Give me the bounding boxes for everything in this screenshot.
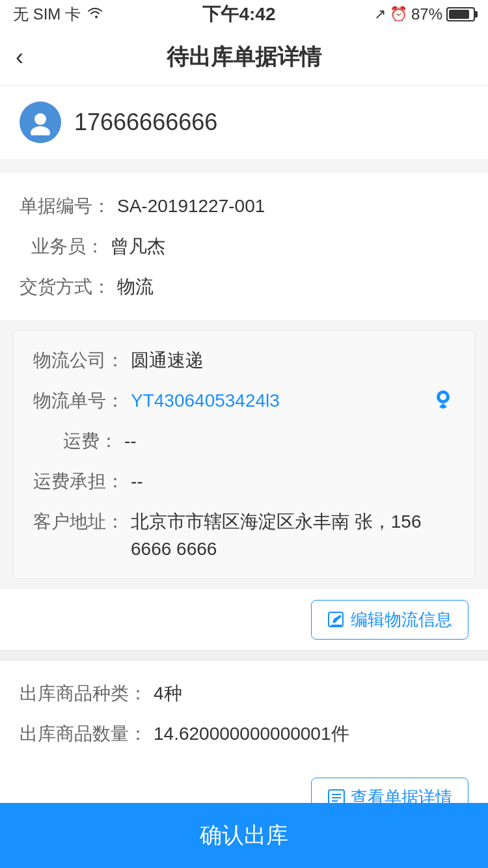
sales-person-label: 业务员： [20,233,104,260]
edit-logistics-label: 编辑物流信息 [351,608,452,631]
shipping-bearer-label: 运费承担： [33,468,124,495]
status-right: ↗ ⏰ 87% [374,5,475,23]
tracking-number-value: YT43064053424l3 [131,387,425,414]
section-separator [0,650,488,660]
svg-point-5 [440,394,446,400]
address-value: 北京市市辖区海淀区永丰南 张，156 6666 6666 [131,508,455,563]
shipping-fee-row: 运费： -- [33,427,455,455]
track-location-icon[interactable] [431,387,455,411]
delivery-method-value: 物流 [117,273,468,301]
battery-percent: 87% [411,5,442,23]
back-button[interactable]: ‹ [16,44,23,71]
battery-icon [446,7,475,21]
edit-logistics-row: 编辑物流信息 [0,590,488,650]
delivery-method-row: 交货方式： 物流 [20,273,468,301]
customer-phone: 17666666666 [74,109,217,136]
product-quantity-label: 出库商品数量： [20,720,147,748]
logistics-company-row: 物流公司： 圆通速递 [33,347,455,374]
order-number-value: SA-20191227-001 [117,193,468,220]
logistics-company-value: 圆通速递 [131,347,455,374]
wifi-icon [86,5,104,23]
address-row: 客户地址： 北京市市辖区海淀区永丰南 张，156 6666 6666 [33,508,455,563]
order-number-row: 单据编号： SA-20191227-001 [20,193,468,220]
basic-info-section: 单据编号： SA-20191227-001 业务员： 曾凡杰 交货方式： 物流 [0,173,488,320]
shipping-bearer-row: 运费承担： -- [33,468,455,495]
sales-person-row: 业务员： 曾凡杰 [20,233,468,260]
product-quantity-row: 出库商品数量： 14.620000000000001件 [20,720,468,748]
svg-point-0 [34,113,46,125]
confirm-button[interactable]: 确认出库 [0,803,488,868]
address-label: 客户地址： [33,508,124,536]
carrier-text: 无 SIM 卡 [13,4,81,25]
product-type-label: 出库商品种类： [20,680,147,707]
order-number-label: 单据编号： [20,193,111,220]
shipping-fee-value: -- [124,427,455,455]
product-section: 出库商品种类： 4种 出库商品数量： 14.620000000000001件 [0,660,488,767]
tracking-number-row: 物流单号： YT43064053424l3 [33,387,455,414]
logistics-company-label: 物流公司： [33,347,124,374]
customer-header: 17666666666 [0,86,488,159]
confirm-button-label: 确认出库 [200,821,288,850]
avatar [20,102,61,143]
page-title: 待出库单据详情 [167,42,321,72]
product-quantity-value: 14.620000000000001件 [154,720,468,748]
product-type-row: 出库商品种类： 4种 [20,680,468,707]
delivery-method-label: 交货方式： [20,273,111,301]
time-display: 下午4:42 [202,2,275,27]
sales-person-value: 曾凡杰 [111,233,468,260]
product-type-value: 4种 [154,680,468,707]
logistics-card: 物流公司： 圆通速递 物流单号： YT43064053424l3 运费： -- … [13,331,475,579]
alarm-icon: ⏰ [390,6,407,23]
shipping-fee-label: 运费： [33,427,118,455]
edit-logistics-button[interactable]: 编辑物流信息 [311,600,468,640]
status-bar: 无 SIM 卡 下午4:42 ↗ ⏰ 87% [0,0,488,29]
edit-icon [327,611,346,629]
dashed-divider [0,159,488,163]
status-left: 无 SIM 卡 [13,4,104,25]
nav-bar: ‹ 待出库单据详情 [0,29,488,86]
location-status-icon: ↗ [374,6,386,23]
shipping-bearer-value: -- [131,468,455,495]
tracking-number-label: 物流单号： [33,387,124,414]
svg-point-1 [31,126,50,135]
